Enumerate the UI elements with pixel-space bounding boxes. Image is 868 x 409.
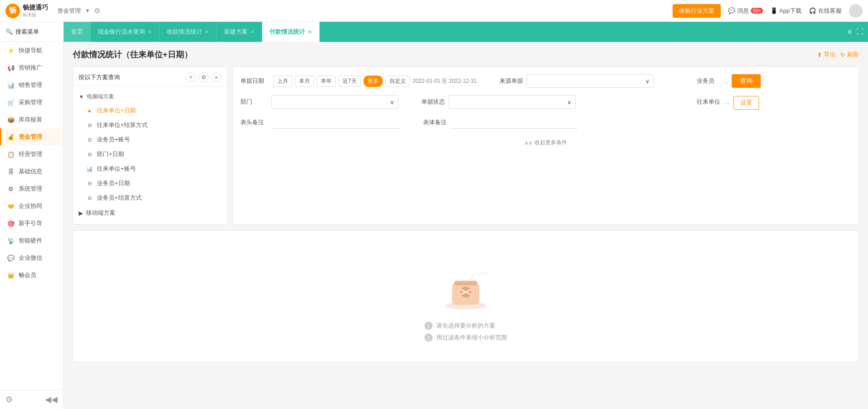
date-btn-this-month[interactable]: 本月 xyxy=(295,76,314,87)
empty-illustration xyxy=(439,267,493,313)
tab-close-cash-bank[interactable]: ✕ xyxy=(148,29,152,35)
tab-close-receipt-stat[interactable]: ✕ xyxy=(205,29,209,35)
scheme-settings-btn[interactable]: ⚙ xyxy=(199,72,209,82)
sidebar-item-marketing[interactable]: 📢 营销推广 xyxy=(0,59,63,76)
tip-num-2: 2 xyxy=(424,333,433,342)
sidebar-footer: ⚙ ◀◀ xyxy=(0,389,63,409)
enterprise-icon: 🤝 xyxy=(7,202,15,210)
tab-cash-bank[interactable]: 现金银行流水查询 ✕ xyxy=(90,22,160,42)
dropdown-arrow[interactable]: ▼ xyxy=(85,7,90,14)
sidebar-item-vip[interactable]: 👑 畅会员 xyxy=(0,267,63,284)
result-area: 1 请先选择要分析的方案 2 用过滤条件来缩小分析范围 xyxy=(73,230,859,362)
wechat-icon: 💬 xyxy=(7,254,15,262)
refresh-btn[interactable]: ↻ 刷新 xyxy=(840,50,859,59)
tab-close-new-scheme[interactable]: ✕ xyxy=(250,29,254,35)
hardware-icon: 📡 xyxy=(7,237,15,245)
scheme-item-6[interactable]: ⊞ 业务员+结算方式 xyxy=(73,191,227,205)
scheme-radio-icon: ● xyxy=(86,107,93,114)
app-download-btn[interactable]: 📱 App下载 xyxy=(770,7,802,15)
empty-tips: 1 请先选择要分析的方案 2 用过滤条件来缩小分析范围 xyxy=(424,320,507,343)
query-btn[interactable]: 查询 xyxy=(732,74,761,88)
mobile-scheme-group: ▶ 移动端方案 xyxy=(73,205,227,221)
scheme-item-0[interactable]: ● 往来单位+日期 xyxy=(73,103,227,118)
search-icon: 🔍 xyxy=(5,28,13,35)
partner-dots: ... xyxy=(724,98,730,106)
online-service-btn[interactable]: 🎧 在线客服 xyxy=(809,7,842,15)
scheme-panel: 按以下方案查询 + ⚙ « ▼ 电脑端方案 xyxy=(73,66,227,225)
sales-icon: 📊 xyxy=(7,81,15,89)
tab-payment-stat[interactable]: 付款情况统计 ✕ xyxy=(262,22,319,42)
sidebar-item-hardware[interactable]: 📡 智能硬件 xyxy=(0,232,63,249)
sidebar-item-enterprise[interactable]: 🤝 企业协同 xyxy=(0,197,63,215)
sidebar-item-wechat[interactable]: 💬 企业微信 xyxy=(0,249,63,267)
search-menu-btn[interactable]: 🔍 搜索菜单 xyxy=(5,28,58,36)
source-select[interactable]: ∨ xyxy=(527,74,654,88)
inventory-icon: 📦 xyxy=(7,116,15,124)
filter-row-1: 单据日期 上月 本月 本年 近7天 更多 自定义 2022-01-01 至 20… xyxy=(240,74,851,88)
message-btn[interactable]: 💬 消息 99+ xyxy=(728,7,763,15)
brand-name: 畅捷通巧 xyxy=(23,4,48,12)
sidebar-header: 🔍 搜索菜单 xyxy=(0,22,63,42)
sidebar-item-inventory[interactable]: 📦 库存核算 xyxy=(0,111,63,128)
scheme-table-icon-2: ⊞ xyxy=(86,136,93,143)
collapse-icon: ∧∧ xyxy=(524,140,533,146)
scheme-item-1[interactable]: ⊞ 往来单位+结算方式 xyxy=(73,118,227,132)
gear-icon[interactable]: ⚙ xyxy=(94,6,100,15)
scheme-item-4[interactable]: 📊 往来单位+账号 xyxy=(73,162,227,176)
tab-receipt-stat[interactable]: 收款情况统计 ✕ xyxy=(160,22,217,42)
scheme-table-icon: ⊞ xyxy=(86,121,93,129)
top-bar-actions: 体验行业方案 💬 消息 99+ 📱 App下载 🎧 在线客服 xyxy=(673,4,863,18)
date-btn-last-month[interactable]: 上月 xyxy=(273,76,292,87)
sidebar-item-operations[interactable]: 📋 经营管理 xyxy=(0,146,63,163)
desktop-group-toggle[interactable]: ▼ 电脑端方案 xyxy=(73,90,227,103)
settings-btn[interactable]: 设置 xyxy=(733,96,759,110)
sidebar-item-basic-info[interactable]: 🗄 基础信息 xyxy=(0,163,63,180)
scheme-collapse-btn[interactable]: « xyxy=(211,72,221,82)
scheme-item-5[interactable]: ⊞ 业务员+日期 xyxy=(73,176,227,191)
tab-bar: 首页 现金银行流水查询 ✕ 收款情况统计 ✕ 新建方案 ✕ 付款情况统计 ✕ xyxy=(64,22,868,42)
mobile-group-toggle[interactable]: ▶ 移动端方案 xyxy=(79,209,221,217)
scheme-item-2[interactable]: ⊞ 业务员+账号 xyxy=(73,132,227,147)
export-icon: ⬆ xyxy=(817,51,822,58)
dept-select[interactable]: ∨ xyxy=(271,95,399,109)
tab-new-scheme[interactable]: 新建方案 ✕ xyxy=(217,22,262,42)
collapse-sidebar-btn[interactable]: ◀◀ xyxy=(45,394,58,404)
tip-num-1: 1 xyxy=(424,322,433,330)
top-bar-mid: 资金管理 ▼ ⚙ xyxy=(48,6,673,15)
tab-close-all-btn[interactable]: ✕ xyxy=(847,28,853,36)
sidebar-item-capital[interactable]: 💰 资金管理 xyxy=(0,128,63,146)
partner-label: 往来单位 xyxy=(697,98,720,106)
sidebar-item-purchase[interactable]: 🛒 采购管理 xyxy=(0,94,63,111)
vip-icon: 👑 xyxy=(7,271,15,279)
date-btn-custom[interactable]: 自定义 xyxy=(385,76,410,87)
date-btn-more[interactable]: 更多 xyxy=(364,76,383,87)
page-title: 付款情况统计（往来单位+日期） xyxy=(73,49,192,60)
message-badge: 99+ xyxy=(751,8,763,14)
date-btn-7days[interactable]: 近7天 xyxy=(339,76,361,87)
filter-layout: 按以下方案查询 + ⚙ « ▼ 电脑端方案 xyxy=(73,66,859,225)
settings-footer-icon[interactable]: ⚙ xyxy=(5,394,13,404)
tab-home[interactable]: 首页 xyxy=(64,22,90,42)
scheme-table-icon-3: ⊞ xyxy=(86,151,93,158)
trial-btn[interactable]: 体验行业方案 xyxy=(673,4,721,18)
sidebar-item-guide[interactable]: 🎯 新手引导 xyxy=(0,215,63,232)
tab-close-payment-stat[interactable]: ✕ xyxy=(308,29,312,35)
doc-status-select[interactable]: ∨ xyxy=(449,95,576,109)
salesperson-label: 业务员 xyxy=(697,77,718,85)
brand: 畅 畅捷通巧 标准版 xyxy=(5,4,48,18)
sidebar-item-sales[interactable]: 📊 销售管理 xyxy=(0,76,63,94)
sidebar-item-system[interactable]: ⚙ 系统管理 xyxy=(0,180,63,197)
sidebar-item-quick-nav[interactable]: ⚡ 快捷导航 xyxy=(0,42,63,59)
system-icon: ⚙ xyxy=(7,185,15,193)
page-body: 付款情况统计（往来单位+日期） ⬆ 导出 ↻ 刷新 xyxy=(64,42,868,409)
date-btn-this-year[interactable]: 本年 xyxy=(317,76,336,87)
collapse-bar[interactable]: ∧∧ 收起更多条件 xyxy=(240,135,851,150)
tab-expand-btn[interactable]: ⛶ xyxy=(856,28,863,36)
user-avatar[interactable] xyxy=(849,4,863,18)
add-scheme-btn[interactable]: + xyxy=(186,72,196,82)
export-btn[interactable]: ⬆ 导出 xyxy=(817,50,836,59)
refresh-icon: ↻ xyxy=(840,51,845,58)
date-label: 单据日期 xyxy=(240,77,264,85)
content-area: 首页 现金银行流水查询 ✕ 收款情况统计 ✕ 新建方案 ✕ 付款情况统计 ✕ xyxy=(64,22,868,409)
scheme-item-3[interactable]: ⊞ 部门+日期 xyxy=(73,147,227,162)
